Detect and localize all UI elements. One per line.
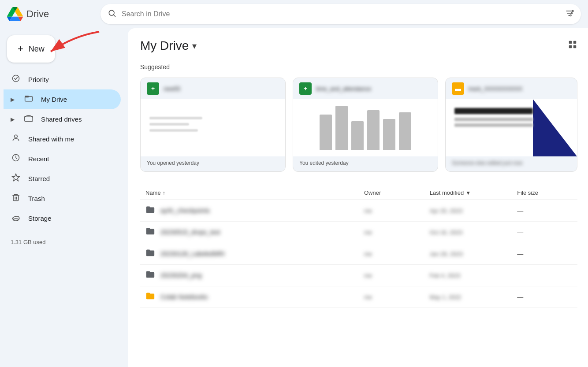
- preview-sheets-1: [315, 101, 416, 154]
- suggested-card-2[interactable]: ▬ track_XXXXXXXXXX S: [445, 78, 577, 172]
- table-row[interactable]: ayrfc_checkpoints me Apr 20, 2023 —: [140, 200, 577, 222]
- suggested-label: Suggested: [140, 63, 577, 70]
- col-header-name[interactable]: Name ↑: [140, 186, 359, 200]
- my-drive-dropdown-icon[interactable]: ▾: [192, 41, 197, 51]
- sidebar-item-shared-with-me[interactable]: Shared with me: [4, 129, 121, 149]
- cell-name-2: 20230128_LabeledMRI: [140, 243, 359, 265]
- new-button[interactable]: + New: [7, 35, 55, 63]
- svg-point-9: [13, 75, 19, 82]
- logo-area: Drive: [7, 6, 95, 22]
- card-last-action-2: Someone else edited just now: [452, 160, 522, 166]
- main-layout: + New P: [0, 28, 588, 367]
- card-header-2: ▬ track_XXXXXXXXXX: [446, 78, 577, 99]
- cell-owner-1: me: [359, 222, 424, 243]
- cell-size-1: —: [512, 222, 577, 243]
- cell-owner-0: me: [359, 200, 424, 222]
- cell-size-3: —: [512, 265, 577, 286]
- table-header: Name ↑ Owner Last modified ▼: [140, 186, 577, 200]
- col-header-owner[interactable]: Owner: [359, 186, 424, 200]
- sidebar-item-storage-label: Storage: [28, 215, 52, 222]
- modified-date-3: Feb 4, 2023: [430, 272, 460, 279]
- modified-date-1: Oct 16, 2023: [430, 229, 462, 236]
- table-row[interactable]: 20230204_png me Feb 4, 2023 —: [140, 265, 577, 286]
- sidebar-item-my-drive[interactable]: ▶ My Drive: [4, 89, 121, 109]
- slides-content: [454, 108, 533, 127]
- svg-rect-21: [569, 41, 572, 44]
- owner-4: me: [364, 294, 372, 300]
- sort-arrow-modified: ▼: [465, 190, 471, 196]
- file-name-4: Colab Notebooks: [160, 293, 208, 300]
- sidebar-item-shared-drives[interactable]: ▶ Shared drives: [4, 109, 121, 129]
- card-footer-0: You opened yesterday: [141, 156, 285, 171]
- file-name-2: 20230128_LabeledMRI: [160, 250, 225, 257]
- card-footer-1: You edited yesterday: [293, 156, 438, 171]
- svg-marker-16: [12, 174, 20, 181]
- col-header-size[interactable]: File size: [512, 186, 577, 200]
- owner-1: me: [364, 229, 372, 236]
- sidebar-item-priority[interactable]: Priority: [4, 70, 121, 89]
- owner-2: me: [364, 251, 372, 257]
- cell-modified-4: May 1, 2022: [424, 286, 512, 308]
- sort-arrow-name: ↑: [163, 190, 165, 196]
- suggested-card-1[interactable]: + time_and_attendance: [293, 78, 438, 172]
- sidebar-item-priority-label: Priority: [28, 76, 49, 83]
- file-table: Name ↑ Owner Last modified ▼: [140, 186, 577, 308]
- storage-used: 1.31 GB used: [0, 232, 128, 252]
- sidebar-item-starred[interactable]: Starred: [4, 169, 121, 189]
- grid-view-icon[interactable]: [568, 40, 577, 52]
- content-area: My Drive ▾ Suggested + new: [128, 28, 588, 367]
- shared-drives-icon: [23, 114, 34, 125]
- table-row[interactable]: Colab Notebooks me May 1, 2022 —: [140, 286, 577, 308]
- card-icon-2: ▬: [452, 82, 464, 95]
- sidebar-item-storage[interactable]: Storage: [4, 208, 121, 228]
- card-preview-0: [141, 99, 285, 156]
- red-arrow-annotation: [46, 28, 104, 63]
- svg-rect-12: [25, 96, 29, 97]
- expand-icon: ▶: [11, 96, 15, 103]
- card-header-1: + time_and_attendance: [293, 78, 438, 99]
- cell-name-4: Colab Notebooks: [140, 286, 359, 308]
- search-bar[interactable]: [100, 4, 581, 24]
- search-icon: [108, 9, 116, 20]
- card-header-0: + new55: [141, 78, 285, 99]
- col-header-modified[interactable]: Last modified ▼: [424, 186, 512, 200]
- modified-date-4: May 1, 2022: [430, 294, 461, 300]
- suggested-section: Suggested + new55: [140, 63, 577, 172]
- table-row[interactable]: 20230128_LabeledMRI me Jan 28, 2023 —: [140, 243, 577, 265]
- cell-name-3: 20230204_png: [140, 265, 359, 286]
- card-icon-1: +: [299, 82, 312, 95]
- cell-name-1: 20230515_drops_test: [140, 222, 359, 243]
- card-icon-0: +: [147, 82, 159, 95]
- sidebar-item-trash-label: Trash: [28, 195, 45, 202]
- cell-name-0: ayrfc_checkpoints: [140, 200, 359, 222]
- folder-icon-3: [145, 269, 155, 282]
- file-name-1: 20230515_drops_test: [160, 229, 220, 236]
- suggested-cards: + new55 You opened yesterday: [140, 78, 577, 172]
- content-header: My Drive ▾: [140, 39, 577, 53]
- search-input[interactable]: [122, 10, 560, 18]
- starred-icon: [11, 173, 21, 184]
- svg-rect-24: [573, 45, 576, 48]
- sidebar-item-my-drive-label: My Drive: [41, 96, 67, 103]
- cell-size-0: —: [512, 200, 577, 222]
- sidebar-item-trash[interactable]: Trash: [4, 189, 121, 208]
- filter-icon[interactable]: [565, 9, 574, 20]
- folder-icon-2: [145, 248, 155, 260]
- svg-rect-22: [573, 41, 576, 44]
- sidebar-item-recent[interactable]: Recent: [4, 149, 121, 169]
- new-button-label: New: [29, 44, 45, 54]
- suggested-card-0[interactable]: + new55 You opened yesterday: [140, 78, 286, 172]
- cell-owner-2: me: [359, 243, 424, 265]
- storage-icon: [11, 213, 21, 224]
- owner-3: me: [364, 272, 372, 279]
- card-footer-2: Someone else edited just now: [446, 156, 577, 171]
- trash-icon: [11, 193, 21, 204]
- table-row[interactable]: 20230515_drops_test me Oct 16, 2023 —: [140, 222, 577, 243]
- shared-with-me-icon: [11, 133, 21, 145]
- cell-size-2: —: [512, 243, 577, 265]
- sidebar-item-starred-label: Starred: [28, 175, 50, 182]
- priority-icon: [11, 74, 21, 85]
- file-size-0: —: [517, 207, 523, 214]
- my-drive-icon: [23, 94, 34, 105]
- folder-icon-1: [145, 226, 155, 238]
